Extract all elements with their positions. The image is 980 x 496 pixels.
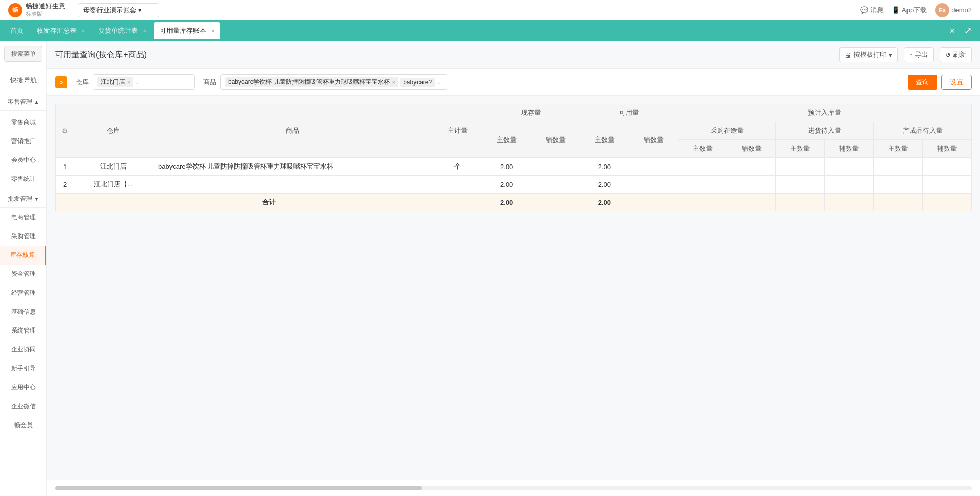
filter-bar: » 仓库 江北门店 × ... 商品 babycare学饮杯 儿童防摔防撞吸管杯… [47, 69, 980, 96]
refresh-icon: ↺ [945, 51, 951, 59]
nav-expand-icon[interactable]: ⤢ [960, 25, 976, 36]
brand-name: 畅捷通好生意 [26, 2, 65, 10]
sidebar-item-purchase[interactable]: 采购管理 [0, 227, 46, 246]
col-estimated-in-header: 预计入库量 [678, 104, 971, 122]
sidebar-item-quick-nav[interactable]: 快捷导航 [0, 72, 46, 89]
sidebar-item-ecommerce[interactable]: 电商管理 [0, 208, 46, 227]
message-label: 消息 [870, 6, 884, 15]
settings-button[interactable]: 设置 [941, 75, 972, 90]
col-current-aux-header: 辅数量 [531, 122, 580, 158]
sidebar-item-new-guide-label: 新手引导 [11, 364, 36, 373]
search-menu-button[interactable]: 搜索菜单 [4, 46, 42, 62]
industry-label: 母婴行业演示账套 [83, 6, 136, 15]
table-area: ⚙ 仓库 商品 主计量 现存量 可用量 预计入库量 主数量 辅数量 主数量 辅数… [47, 96, 980, 480]
tab-order-stats[interactable]: 要货单统计表 × [92, 22, 152, 39]
product-filter-input[interactable]: babycare学饮杯 儿童防摔防撞吸管杯重力球吸嘴杯宝宝水杯 × babyca… [220, 74, 447, 90]
industry-selector[interactable]: 母婴行业演示账套 ▾ [78, 3, 159, 17]
message-button[interactable]: 💬 消息 [860, 6, 884, 15]
industry-arrow-icon: ▾ [138, 6, 142, 14]
page-actions: 🖨 按模板打印 ▾ ↑ 导出 ↺ 刷新 [839, 47, 972, 62]
warehouse-more-icon[interactable]: ... [135, 78, 141, 86]
row-incoming-main [776, 158, 825, 176]
tab-order-stats-label: 要货单统计表 [98, 26, 138, 35]
sidebar-item-finance-label: 资金管理 [11, 270, 36, 278]
row-purchase-aux [727, 176, 776, 194]
filter-actions: 查询 设置 [908, 75, 972, 90]
sidebar-item-member[interactable]: 会员中心 [0, 151, 46, 170]
sidebar-item-marketing[interactable]: 营销推广 [0, 132, 46, 151]
scrollbar-thumb[interactable] [55, 486, 422, 490]
sidebar-item-new-guide[interactable]: 新手引导 [0, 359, 46, 378]
row-product: babycare学饮杯 儿童防摔防撞吸管杯重力球吸嘴杯宝宝水杯 [152, 158, 433, 176]
app-download-button[interactable]: 📱 App下载 [892, 6, 927, 15]
sidebar-item-vip-member[interactable]: 畅会员 [0, 416, 46, 435]
sidebar-item-retail-stats-label: 零售统计 [11, 175, 36, 183]
user-profile[interactable]: Ea demo2 [935, 3, 972, 17]
close-all-tabs-button[interactable]: × [945, 26, 959, 36]
tab-receive-summary[interactable]: 收发存汇总表 × [31, 22, 91, 39]
sidebar-item-operations-label: 经营管理 [11, 289, 36, 297]
warehouse-tag-remove[interactable]: × [127, 79, 130, 85]
mobile-icon: 📱 [892, 6, 900, 14]
row-current-main: 2.00 [482, 176, 531, 194]
total-finished-aux [923, 194, 972, 211]
tab-available-stock-close[interactable]: × [211, 28, 214, 34]
row-incoming-aux [825, 158, 874, 176]
query-button[interactable]: 查询 [908, 75, 937, 90]
row-available-main: 2.00 [580, 176, 629, 194]
sidebar-item-enterprise[interactable]: 企业协同 [0, 340, 46, 359]
sidebar-quick-nav: 快捷导航 [0, 67, 46, 93]
total-incoming-main [776, 194, 825, 211]
avatar: Ea [935, 3, 949, 17]
sidebar-section-retail: 零售商城 营销推广 会员中心 零售统计 [0, 111, 46, 191]
sidebar-item-retail-stats[interactable]: 零售统计 [0, 170, 46, 188]
sidebar-item-wholesale-mgmt[interactable]: 批发管理 ▼ [0, 191, 46, 207]
sidebar-item-system[interactable]: 系统管理 [0, 321, 46, 340]
tab-order-stats-close[interactable]: × [143, 28, 146, 34]
sidebar-item-retail-mgmt-label: 零售管理 [8, 98, 32, 106]
total-finished-main [874, 194, 923, 211]
sidebar-item-operations[interactable]: 经营管理 [0, 284, 46, 302]
refresh-button[interactable]: ↺ 刷新 [940, 47, 972, 62]
top-bar-right: 💬 消息 📱 App下载 Ea demo2 [860, 3, 972, 17]
refresh-label: 刷新 [953, 50, 966, 59]
message-icon: 💬 [860, 6, 868, 14]
print-arrow-icon: ▾ [889, 51, 892, 59]
tab-home[interactable]: 首页 [4, 22, 30, 39]
app-download-label: App下载 [902, 6, 927, 15]
sidebar-group-wholesale: 批发管理 ▼ [0, 191, 46, 208]
product-tag-0: babycare学饮杯 儿童防摔防撞吸管杯重力球吸嘴杯宝宝水杯 × [225, 77, 398, 87]
sidebar-item-retail-mgmt-arrow: ▲ [34, 99, 39, 105]
col-incoming-main-header: 主数量 [776, 140, 825, 158]
data-table: ⚙ 仓库 商品 主计量 现存量 可用量 预计入库量 主数量 辅数量 主数量 辅数… [55, 104, 972, 211]
filter-toggle-button[interactable]: » [55, 76, 67, 88]
tab-receive-summary-close[interactable]: × [82, 28, 85, 34]
sidebar-item-inventory[interactable]: 库存核算 [0, 246, 46, 265]
print-template-button[interactable]: 🖨 按模板打印 ▾ [839, 47, 898, 62]
sidebar-item-finance[interactable]: 资金管理 [0, 265, 46, 284]
tab-available-stock[interactable]: 可用量库存账本 × [154, 22, 220, 39]
row-warehouse: 江北门店【... [75, 176, 152, 194]
total-purchase-aux [727, 194, 776, 211]
total-current-main: 2.00 [482, 194, 531, 211]
horizontal-scrollbar[interactable] [55, 486, 972, 490]
sidebar-item-retail-mgmt[interactable]: 零售管理 ▲ [0, 93, 46, 110]
sidebar-item-wholesale-arrow: ▼ [34, 196, 39, 202]
row-finished-main [874, 176, 923, 194]
row-current-aux [531, 176, 580, 194]
row-finished-aux [923, 158, 972, 176]
page-header: 可用量查询(按仓库+商品) 🖨 按模板打印 ▾ ↑ 导出 ↺ 刷新 [47, 41, 980, 69]
warehouse-filter-input[interactable]: 江北门店 × ... [93, 74, 195, 90]
settings-icon[interactable]: ⚙ [62, 127, 68, 135]
sidebar-item-retail-mall[interactable]: 零售商城 [0, 113, 46, 132]
export-button[interactable]: ↑ 导出 [904, 47, 934, 62]
sidebar-item-ecommerce-label: 电商管理 [11, 213, 36, 222]
sidebar-item-app-center[interactable]: 应用中心 [0, 378, 46, 397]
export-icon: ↑ [910, 51, 913, 59]
row-unit: 个 [433, 158, 482, 176]
sidebar-item-basic-info[interactable]: 基础信息 [0, 302, 46, 321]
product-tag-remove-0[interactable]: × [392, 79, 395, 85]
total-label-cell: 合计 [56, 194, 482, 211]
product-more-icon[interactable]: ... [437, 78, 443, 86]
sidebar-item-enterprise-wechat[interactable]: 企业微信 [0, 397, 46, 416]
